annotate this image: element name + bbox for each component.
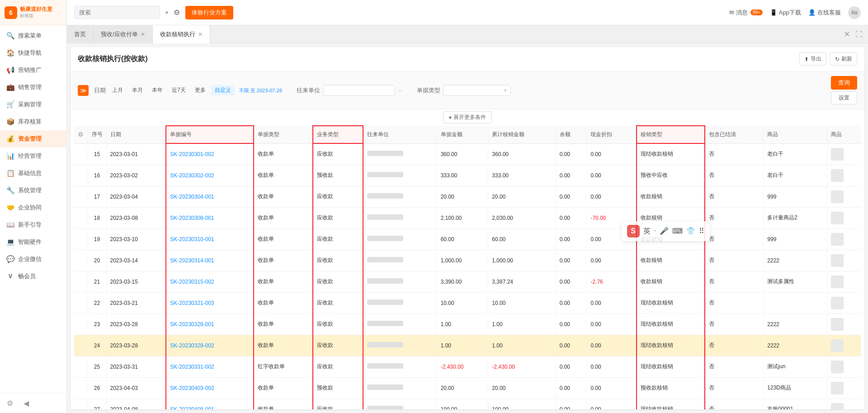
col-writeoff-type-header: 核销类型 [637,126,705,143]
this-year-option[interactable]: 本年 [148,85,166,95]
row-cumulative-cell: 10.00 [488,292,556,313]
last-month-option[interactable]: 上月 [108,85,127,95]
data-table: ⚙ 序号 日期 单据编号 单据类型 业务类型 往来单位 单据金额 累计核销金额 … [74,125,861,409]
sidebar-item-marketing[interactable]: 📢 营销推广 [0,62,66,79]
more-dots[interactable]: ··· [398,87,402,94]
page-content: 收款核销执行(按收款) ⬆ 导出 ↻ 刷新 ≫ 日期 上月 本月 本 [71,47,864,409]
row-cash-discount-cell: 0.00 [587,292,637,313]
row-settings-cell [74,335,88,356]
sidebar-item-purchase[interactable]: 🛒 采购管理 [0,96,66,113]
expand-more-btn[interactable]: ▾ 展开更多条件 [443,111,492,123]
row-counterpart-cell [363,143,437,165]
row-index-cell: 26 [88,377,106,399]
row-settings-cell [74,399,88,409]
filter-toggle-btn[interactable]: ≫ [78,85,89,96]
settings-gear-icon[interactable]: ⚙ [174,8,180,17]
tab-payment-close-icon[interactable]: ✕ [198,31,203,38]
refresh-button[interactable]: ↻ 刷新 [830,52,857,66]
sidebar-item-member[interactable]: V 畅会员 [0,268,66,285]
row-include-settled-cell: 否 [705,377,764,399]
table-row: 27 2023-04-08 SK-20230408-001 收款单 应收款 10… [74,399,861,409]
bill-no-link[interactable]: SK-20230308-001 [170,215,214,221]
sidebar-item-guide[interactable]: 📖 新手引导 [0,216,66,233]
app-download-item[interactable]: 📱 App下载 [770,9,801,17]
row-bill-no-cell: SK-20230321-003 [166,292,254,313]
sidebar-item-sales[interactable]: 💼 销售管理 [0,79,66,96]
col-settings-header[interactable]: ⚙ [74,126,88,143]
tab-expand-icon[interactable]: ⛶ [854,28,864,40]
row-product-cell [764,292,827,313]
sidebar-item-collab[interactable]: 🤝 企业协同 [0,199,66,216]
more-option[interactable]: 更多 [191,85,209,95]
row-bill-type-cell: 收款单 [254,143,313,165]
sidebar-item-base-info[interactable]: 📋 基础信息 [0,165,66,182]
column-settings-icon[interactable]: ⚙ [78,131,84,138]
messages-label: 消息 [736,9,748,17]
export-button[interactable]: ⬆ 导出 [799,52,826,66]
col-product-header: 商品 [764,126,827,143]
search-icon: 🔍 [6,32,14,40]
bill-no-link[interactable]: SK-20230403-002 [170,385,214,391]
row-include-settled-cell: 否 [705,313,764,335]
sidebar-item-operations[interactable]: 📊 经营管理 [0,147,66,165]
solution-button[interactable]: 体验行业方案 [185,6,233,19]
sidebar-collapse-icon[interactable]: ◀ [20,397,33,409]
this-month-option[interactable]: 本月 [128,85,146,95]
app-download-label: App下载 [779,9,801,17]
sidebar-item-wechat[interactable]: 💬 企业微信 [0,251,66,268]
online-service-item[interactable]: 👤 在线客服 [808,9,841,17]
bill-no-link[interactable]: SK-20230328-002 [170,342,214,349]
bill-no-link[interactable]: SK-20230304-001 [170,194,214,200]
row-date-cell: 2023-03-28 [106,335,166,356]
row-include-settled-cell: 否 [705,292,764,313]
filter-setting-button[interactable]: 设置 [831,91,857,104]
bill-no-link[interactable]: SK-20230408-001 [170,406,214,410]
search-input[interactable] [74,6,160,19]
last-7-days-option[interactable]: 近7天 [168,85,189,95]
tab-payment-exec[interactable]: 收款核销执行 ✕ [153,25,210,43]
counterpart-input[interactable] [323,85,395,96]
table-row: 16 2023-03-02 SK-20230302-002 收款单 预收款 33… [74,165,861,186]
sidebar-item-finance[interactable]: 💰 资金管理 [0,130,66,147]
sidebar-item-label: 智能硬件 [18,238,42,246]
dropdown-arrow-icon[interactable]: ▾ [165,9,168,16]
tab-close-all-icon[interactable]: ✕ [842,28,852,40]
receipt-type-select[interactable]: ▾ [443,85,511,96]
bill-no-link[interactable]: SK-20230321-003 [170,300,214,306]
tab-prepay-orders[interactable]: 预收/应收付单 ✕ [94,25,153,43]
sidebar-item-inventory[interactable]: 📦 库存核算 [0,113,66,130]
sidebar-settings-icon[interactable]: ⚙ [4,397,16,409]
bill-no-link[interactable]: SK-20230310-001 [170,236,214,242]
row-bill-amount-cell: 360.00 [437,143,488,165]
date-label: 日期 [94,86,106,95]
tab-home[interactable]: 首页 [67,25,94,43]
sidebar-item-search[interactable]: 🔍 搜索菜单 [0,27,66,44]
row-biz-type-cell: 应收款 [313,250,363,271]
tab-prepay-close-icon[interactable]: ✕ [141,31,145,38]
query-button[interactable]: 查询 [831,76,857,90]
custom-option[interactable]: 自定义 [211,85,235,95]
bill-no-link[interactable]: SK-20230315-002 [170,279,214,285]
sidebar-item-system[interactable]: 🔧 系统管理 [0,182,66,199]
home-icon: 🏠 [6,49,14,57]
bill-no-link[interactable]: SK-20230328-001 [170,321,214,328]
bill-no-link[interactable]: SK-20230302-002 [170,172,214,179]
row-balance-cell: 0.00 [556,377,587,399]
bill-no-link[interactable]: SK-20230301-002 [170,151,214,157]
row-settings-cell [74,186,88,207]
bill-no-link[interactable]: SK-20230314-001 [170,257,214,264]
row-product-cell: 多计量商品2 [764,207,827,228]
bill-no-link[interactable]: SK-20230331-002 [170,364,214,370]
row-bill-no-cell: SK-20230408-001 [166,399,254,409]
row-include-settled-cell: 否 [705,335,764,356]
online-service-label: 在线客服 [817,9,841,17]
user-avatar[interactable]: Rit [848,6,861,19]
table-row: 21 2023-03-15 SK-20230315-002 收款单 应收款 3,… [74,271,861,292]
sidebar-item-hardware[interactable]: 💻 智能硬件 [0,233,66,251]
page-title: 收款核销执行(按收款) [78,54,148,69]
row-product2-cell [827,228,861,250]
messages-item[interactable]: ✉ 消息 99+ [729,9,763,17]
row-biz-type-cell: 应收款 [313,399,363,409]
table-row: 17 2023-03-04 SK-20230304-001 收款单 应收款 20… [74,186,861,207]
sidebar-item-quick-nav[interactable]: 🏠 快捷导航 [0,44,66,62]
